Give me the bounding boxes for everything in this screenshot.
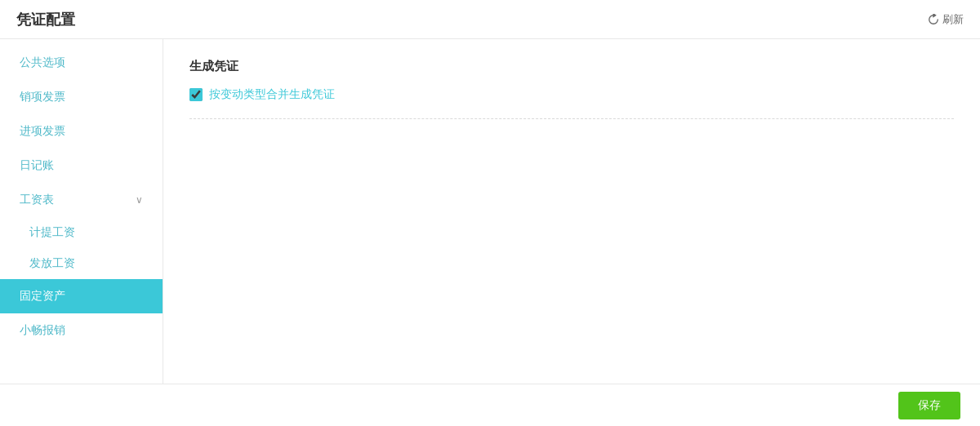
- main-layout: 公共选项 销项发票 进项发票 日记账 工资表 ∨ 计提工资 发放工资 固定资产 …: [0, 39, 980, 384]
- sidebar-item-commission[interactable]: 计提工资: [0, 217, 163, 248]
- chevron-down-icon: ∨: [136, 194, 143, 206]
- sidebar-item-label: 工资表: [20, 193, 54, 207]
- section-divider: [189, 118, 954, 119]
- merge-by-type-label[interactable]: 按变动类型合并生成凭证: [209, 87, 335, 102]
- sidebar-item-label: 小畅报销: [20, 323, 65, 338]
- sidebar-item-label: 日记账: [20, 158, 54, 173]
- sidebar: 公共选项 销项发票 进项发票 日记账 工资表 ∨ 计提工资 发放工资 固定资产 …: [0, 39, 163, 384]
- sidebar-item-public-options[interactable]: 公共选项: [0, 46, 163, 80]
- sidebar-item-journal[interactable]: 日记账: [0, 149, 163, 183]
- sidebar-item-label: 发放工资: [29, 256, 75, 269]
- sidebar-item-label: 进项发票: [20, 124, 65, 139]
- content-area: 生成凭证 按变动类型合并生成凭证: [163, 39, 980, 384]
- checkbox-row: 按变动类型合并生成凭证: [189, 87, 954, 102]
- footer: 保存: [0, 384, 980, 426]
- page-title: 凭证配置: [16, 10, 75, 29]
- sidebar-item-expense-report[interactable]: 小畅报销: [0, 313, 163, 348]
- sidebar-item-purchase-invoice[interactable]: 进项发票: [0, 114, 163, 149]
- merge-by-type-checkbox[interactable]: [189, 88, 203, 101]
- refresh-icon: [928, 14, 939, 25]
- sidebar-item-label: 公共选项: [20, 55, 65, 70]
- svg-marker-0: [933, 14, 936, 17]
- sidebar-item-label: 计提工资: [29, 225, 75, 238]
- sidebar-item-label: 销项发票: [20, 90, 65, 104]
- sidebar-item-pay-salary[interactable]: 发放工资: [0, 248, 163, 279]
- section-title: 生成凭证: [189, 59, 954, 74]
- sidebar-item-payroll-table[interactable]: 工资表 ∨: [0, 183, 163, 217]
- refresh-label: 刷新: [942, 12, 964, 27]
- sidebar-item-label: 固定资产: [20, 289, 65, 304]
- save-button[interactable]: 保存: [898, 392, 960, 419]
- sidebar-item-fixed-assets[interactable]: 固定资产: [0, 279, 163, 313]
- refresh-button[interactable]: 刷新: [928, 12, 964, 27]
- sidebar-item-sales-invoice[interactable]: 销项发票: [0, 80, 163, 114]
- header: 凭证配置 刷新: [0, 0, 980, 39]
